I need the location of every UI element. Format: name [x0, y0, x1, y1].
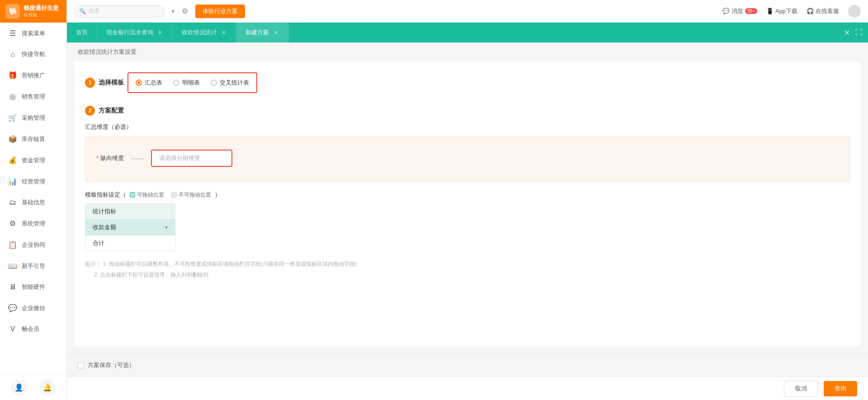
main-card: 1 选择模板 汇总表 明细表 交叉统计表 [74, 61, 861, 346]
indicator-col-header[interactable]: 收款金额 ▾ [85, 220, 175, 235]
app-icon: 📱 [766, 8, 774, 14]
dimension-selector[interactable]: 请选择分组维度 [151, 150, 232, 167]
tab-collection-stats-close[interactable]: ✕ [221, 28, 227, 37]
tab-home[interactable]: 首页 [67, 23, 97, 42]
legend-fixed: 不可拖动位置 [171, 191, 211, 199]
message-item[interactable]: 💬 消息 99+ [722, 7, 757, 15]
sidebar-item-label: 企业微信 [22, 304, 45, 312]
header-gear-icon[interactable]: ⚙ [182, 7, 188, 15]
save-checkbox[interactable] [78, 362, 84, 368]
sidebar-item-purchase[interactable]: 🛒 采购管理 [0, 107, 66, 128]
indicator-table: 统计指标 收款金额 ▾ 合计 [85, 203, 175, 251]
user-icon[interactable]: 👤 [11, 379, 27, 395]
tab-close-action[interactable]: ✕ [844, 28, 850, 37]
dimension-row: * * 纵向维度纵向维度 —— 请选择分组维度 [96, 150, 839, 167]
tab-expand-action[interactable]: ⛶ [855, 28, 863, 37]
sidebar-item-smart-hardware[interactable]: 🖥 智能硬件 [0, 277, 66, 297]
sidebar-item-label: 企业协同 [22, 241, 45, 249]
col-header-dropdown-arrow[interactable]: ▾ [165, 225, 168, 231]
query-button[interactable]: 查询 [824, 381, 857, 396]
indicator-legend: 可拖动位置 不可拖动位置 [130, 191, 211, 199]
search-menu-icon: ☰ [8, 29, 17, 38]
sidebar-item-quick-nav[interactable]: ⌂ 快捷导航 [0, 44, 66, 65]
message-badge: 99+ [745, 8, 757, 14]
radio-summary-label: 汇总表 [145, 79, 162, 87]
logo-badge: 标准版 [24, 12, 59, 18]
sidebar-item-label: 经营管理 [22, 178, 45, 186]
tab-new-plan-close[interactable]: ✕ [273, 28, 279, 37]
sidebar-item-marketing[interactable]: 🎁 营销推广 [0, 65, 66, 86]
sidebar-item-system[interactable]: ⚙ 系统管理 [0, 213, 66, 234]
header-dropdown-icon[interactable]: ▾ [172, 8, 175, 14]
breadcrumb: 收款情况统计方案设置 [67, 42, 868, 61]
sidebar-item-label: 基础信息 [22, 198, 45, 207]
sidebar-item-enterprise-coop[interactable]: 📋 企业协同 [0, 234, 66, 255]
sidebar-nav: ☰ 搜索菜单 ⌂ 快捷导航 🎁 营销推广 ◎ 销售管理 🛒 采购管理 📦 库存核… [0, 23, 66, 374]
header-right: 💬 消息 99+ 📱 App下载 🎧 在线客服 [722, 5, 861, 18]
app-download-item[interactable]: 📱 App下载 [766, 7, 797, 15]
user-avatar[interactable] [848, 5, 861, 18]
sidebar-item-label: 销售管理 [22, 93, 45, 101]
indicator-close-paren: ） [215, 191, 221, 199]
vertical-dimension-label: * * 纵向维度纵向维度 [96, 154, 124, 162]
main-container: 🔍 搜索 ▾ ⚙ 体验行业方案 💬 消息 99+ 📱 App下载 🎧 在线客服 [67, 0, 868, 400]
indicator-col-sub: 合计 [85, 235, 175, 251]
sidebar-item-search-menu[interactable]: ☰ 搜索菜单 [0, 23, 66, 44]
cancel-button[interactable]: 取消 [784, 381, 818, 397]
dimension-title: 汇总维度（必选） [85, 123, 850, 131]
wechat-icon: 💬 [8, 304, 17, 312]
tab-collection-stats[interactable]: 收款情况统计 ✕ [173, 23, 236, 42]
notification-icon[interactable]: 🔔 [39, 379, 56, 395]
radio-detail[interactable]: 明细表 [173, 79, 200, 87]
sidebar-item-label: 畅会员 [22, 325, 39, 333]
sidebar-item-enterprise-wechat[interactable]: 💬 企业微信 [0, 297, 66, 319]
tips-section: 提示： 1. 拖动标题栏可以调整布局，不可跨维度或指标区域拖动栏目字段(只能在同… [85, 259, 850, 280]
sidebar-item-member[interactable]: V 畅会员 [0, 319, 66, 339]
sidebar-item-newbie[interactable]: 📖 新手引导 [0, 255, 66, 277]
sidebar-item-operations[interactable]: 📊 经营管理 [0, 171, 66, 192]
page-content: 收款情况统计方案设置 1 选择模板 汇总表 明细表 [67, 42, 868, 400]
system-icon: ⚙ [8, 219, 17, 228]
sidebar: 畅 畅捷通好生意 标准版 ☰ 搜索菜单 ⌂ 快捷导航 🎁 营销推广 ◎ 销售管理… [0, 0, 67, 400]
message-label: 消息 [731, 7, 743, 15]
step1-header: 1 选择模板 汇总表 明细表 交叉统计表 [85, 72, 850, 93]
sidebar-item-label: 采购管理 [22, 114, 45, 122]
gift-icon: 🎁 [8, 71, 17, 80]
step1-section: 1 选择模板 汇总表 明细表 交叉统计表 [85, 72, 850, 93]
dimension-title-text: 汇总维度（必选） [85, 123, 132, 130]
basics-icon: 🗂 [8, 198, 17, 207]
sidebar-item-sales[interactable]: ◎ 销售管理 [0, 86, 66, 107]
search-placeholder-text: 搜索 [89, 7, 99, 15]
trial-button[interactable]: 体验行业方案 [195, 5, 245, 18]
newbie-icon: 📖 [8, 262, 17, 270]
radio-cross[interactable]: 交叉统计表 [211, 79, 249, 87]
sidebar-item-finance[interactable]: 💰 资金管理 [0, 150, 66, 171]
operations-icon: 📊 [8, 177, 17, 186]
sidebar-item-label: 新手引导 [22, 262, 45, 270]
support-icon: 🎧 [807, 8, 814, 14]
message-icon: 💬 [722, 8, 730, 14]
search-icon: 🔍 [79, 8, 86, 14]
sidebar-item-inventory[interactable]: 📦 库存核算 [0, 128, 66, 150]
sidebar-item-basics[interactable]: 🗂 基础信息 [0, 192, 66, 213]
sidebar-item-label: 营销推广 [22, 71, 45, 80]
logo-text-block: 畅捷通好生意 标准版 [24, 5, 59, 18]
radio-summary[interactable]: 汇总表 [136, 79, 162, 87]
indicator-settings: 模板指标设定（ 可拖动位置 不可拖动位置 [85, 191, 850, 251]
tab-new-plan[interactable]: 新建方案 ✕ [236, 23, 288, 42]
purchase-icon: 🛒 [8, 113, 17, 122]
header-search-box[interactable]: 🔍 搜索 [74, 5, 165, 18]
sidebar-item-label: 资金管理 [22, 156, 45, 165]
logo-title: 畅捷通好生意 [24, 5, 59, 12]
tip-line-1: 提示： 1. 拖动标题栏可以调整布局，不可跨维度或指标区域拖动栏目字段(只能在同… [85, 259, 850, 269]
stats-label: 统计指标 [93, 207, 116, 216]
col-header-label: 收款金额 [93, 223, 116, 231]
online-support-item[interactable]: 🎧 在线客服 [807, 7, 839, 15]
legend-draggable: 可拖动位置 [130, 191, 164, 199]
tab-cash-bank[interactable]: 现金银行流水查询 ✕ [97, 23, 173, 42]
radio-summary-circle [136, 80, 142, 86]
fixed-dot [171, 192, 177, 198]
tab-cash-bank-close[interactable]: ✕ [157, 28, 163, 37]
tab-cash-bank-label: 现金银行流水查询 [106, 28, 153, 37]
required-star: * [96, 155, 100, 161]
